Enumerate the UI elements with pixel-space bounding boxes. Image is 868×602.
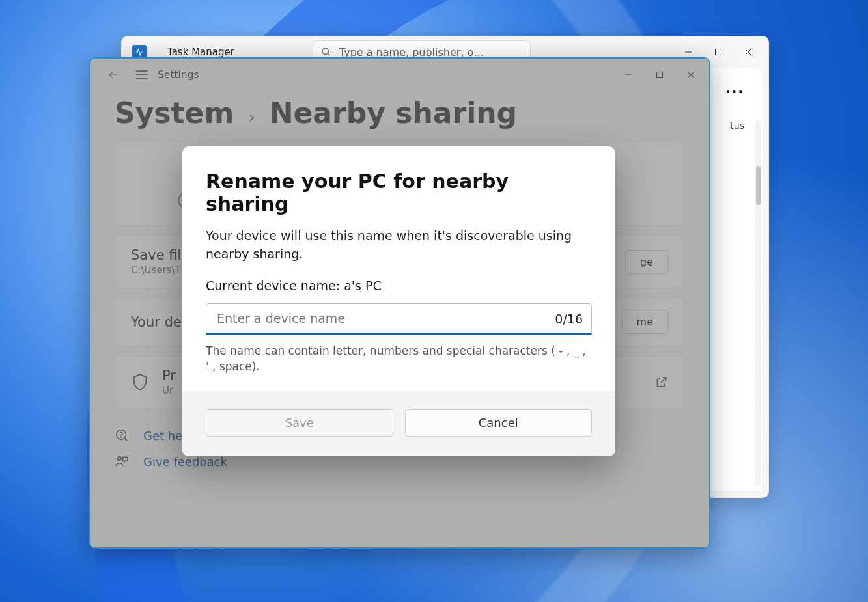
scrollbar-thumb[interactable] bbox=[756, 166, 761, 205]
svg-point-17 bbox=[118, 457, 122, 461]
svg-line-1 bbox=[328, 53, 329, 55]
dialog-title: Rename your PC for nearby sharing bbox=[206, 170, 592, 215]
task-manager-title: Task Manager bbox=[167, 46, 234, 58]
device-name-input[interactable] bbox=[206, 303, 592, 335]
open-external-icon bbox=[655, 376, 668, 389]
privacy-title: Pr bbox=[162, 368, 176, 383]
settings-titlebar: Settings bbox=[90, 59, 709, 91]
dialog-description: Your device will use this name when it's… bbox=[206, 227, 592, 263]
privacy-subtitle: Ur bbox=[162, 385, 176, 396]
maximize-button[interactable] bbox=[644, 61, 675, 89]
chevron-right-icon: › bbox=[248, 107, 255, 127]
cancel-button[interactable]: Cancel bbox=[405, 409, 593, 437]
save-button[interactable]: Save bbox=[206, 409, 393, 437]
help-icon bbox=[115, 428, 129, 443]
arrow-left-icon bbox=[107, 69, 119, 81]
give-feedback-label: Give feedback bbox=[143, 455, 227, 469]
close-button[interactable] bbox=[733, 39, 763, 65]
more-button[interactable]: ··· bbox=[725, 84, 744, 100]
close-button[interactable] bbox=[675, 61, 707, 89]
settings-app-title: Settings bbox=[158, 69, 199, 81]
dialog-hint: The name can contain letter, numbers and… bbox=[206, 344, 592, 375]
svg-point-0 bbox=[322, 48, 328, 54]
rename-button[interactable]: me bbox=[622, 310, 668, 334]
svg-rect-11 bbox=[657, 72, 663, 78]
nav-menu-button[interactable] bbox=[128, 61, 156, 89]
svg-rect-3 bbox=[716, 49, 721, 55]
current-device-name: Current device name: a's PC bbox=[206, 279, 592, 293]
feedback-icon bbox=[115, 454, 129, 469]
search-icon bbox=[321, 47, 331, 57]
shield-icon bbox=[131, 373, 149, 391]
breadcrumb-system[interactable]: System bbox=[115, 96, 234, 130]
task-manager-search-placeholder: Type a name, publisher, o… bbox=[339, 46, 484, 59]
rename-pc-dialog: Rename your PC for nearby sharing Your d… bbox=[182, 146, 615, 456]
back-button[interactable] bbox=[99, 61, 128, 89]
breadcrumb: System › Nearby sharing bbox=[90, 91, 709, 141]
svg-point-15 bbox=[121, 437, 122, 437]
change-button[interactable]: ge bbox=[625, 250, 668, 274]
char-counter: 0/16 bbox=[555, 312, 583, 326]
device-name-title: Your dev bbox=[131, 314, 189, 330]
minimize-button[interactable] bbox=[613, 61, 644, 89]
give-feedback-link[interactable]: Give feedback bbox=[115, 454, 709, 469]
column-status[interactable]: tus bbox=[730, 120, 744, 131]
breadcrumb-current: Nearby sharing bbox=[270, 96, 517, 130]
svg-line-16 bbox=[124, 438, 127, 441]
hamburger-icon bbox=[136, 70, 148, 79]
